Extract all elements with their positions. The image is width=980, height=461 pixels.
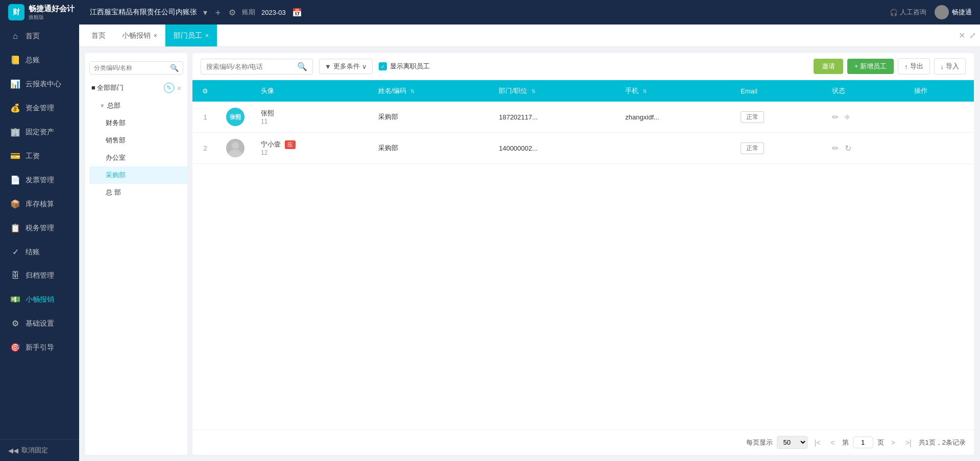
dept-item-purchase[interactable]: 采购部 — [89, 166, 187, 184]
row1-num: 1 — [192, 102, 218, 133]
dept-root[interactable]: ▼ 总部 — [89, 97, 187, 114]
sidebar-item-fixed-assets[interactable]: 🏢 固定资产 — [0, 120, 79, 144]
row2-edit-icon[interactable]: ✏ — [832, 143, 839, 153]
page-prefix: 第 — [842, 438, 849, 447]
period-value: 2023-03 — [261, 9, 286, 16]
row1-name-block: 张熙 11 — [261, 109, 362, 125]
avatar — [935, 5, 949, 19]
sidebar-item-home[interactable]: ⌂ 首页 — [0, 25, 79, 48]
export-button[interactable]: ↑ 导出 — [898, 58, 930, 75]
cancel-fixed-button[interactable]: ◀◀ 取消固定 — [0, 439, 79, 461]
sidebar-item-invoice[interactable]: 📄 发票管理 — [0, 168, 79, 192]
row1-name: 张熙 — [261, 109, 362, 118]
tab-dept-employee[interactable]: 部门员工 × — [165, 25, 217, 46]
settings-button[interactable]: ⚙ — [229, 8, 236, 17]
sidebar-item-salary[interactable]: 💳 工资 — [0, 144, 79, 168]
invite-button[interactable]: 邀请 — [814, 59, 843, 74]
dept-search-icon: 🔍 — [170, 64, 179, 72]
tab-close-all-button[interactable]: ✕ — [959, 31, 965, 40]
col-name[interactable]: 姓名/编码 ⇅ — [370, 80, 491, 102]
sidebar-item-reports[interactable]: 📊 云报表中心 — [0, 72, 79, 96]
row1-edit-icon[interactable]: ✏ — [832, 112, 839, 122]
page-suffix: 页 — [877, 438, 884, 447]
row2-actions: ✏ ↻ — [824, 133, 906, 164]
row2-refresh-icon[interactable]: ↻ — [845, 143, 851, 153]
sidebar-label-invoice: 发票管理 — [26, 176, 54, 185]
col-status: 状态 — [824, 80, 906, 102]
employee-search-input[interactable] — [206, 63, 294, 70]
row2-num: 2 — [192, 133, 218, 164]
row2-code: 12 — [261, 149, 362, 156]
archive-icon: 🗄 — [10, 271, 20, 280]
tab-expand-button[interactable]: ⤢ — [969, 31, 976, 40]
gear-icon: ⚙ — [10, 319, 20, 328]
dept-header-actions: ✎ « — [164, 83, 181, 93]
sidebar-item-guide[interactable]: 🎯 新手引导 — [0, 335, 79, 359]
tab-dept-close[interactable]: × — [205, 32, 209, 39]
first-page-button[interactable]: |< — [812, 438, 824, 448]
col-phone[interactable]: 手机 ⇅ — [617, 80, 732, 102]
col-settings[interactable]: ⚙ — [192, 80, 218, 102]
ledger-icon: 📒 — [10, 55, 20, 65]
tab-actions: ✕ ⤢ — [959, 31, 976, 40]
per-page-select[interactable]: 50 100 200 — [777, 436, 807, 449]
sidebar-item-expense[interactable]: 💵 小畅报销 — [0, 287, 79, 311]
support-button[interactable]: 🎧 人工咨询 — [890, 8, 926, 17]
row2-avatar-circle — [226, 139, 244, 157]
sidebar-label-archive: 归档管理 — [26, 271, 54, 280]
add-company-button[interactable]: ＋ — [213, 6, 223, 18]
filter-icon: ▼ — [325, 63, 331, 70]
dept-search-box[interactable]: 🔍 — [89, 61, 183, 75]
last-page-button[interactable]: >| — [902, 438, 915, 448]
sidebar-item-assets[interactable]: 💰 资金管理 — [0, 96, 79, 120]
col-dept[interactable]: 部门/职位 ⇅ — [491, 80, 617, 102]
user-area[interactable]: 畅捷通 — [935, 5, 972, 19]
row1-name-col: 张熙 11 — [253, 102, 370, 133]
header-right: 🎧 人工咨询 畅捷通 — [890, 5, 972, 19]
show-resigned-toggle[interactable]: ✓ 显示离职员工 — [379, 62, 430, 71]
sidebar-label-ledger: 总账 — [26, 56, 40, 65]
calendar-icon[interactable]: 📅 — [292, 8, 302, 17]
dept-all-header[interactable]: ■ 全部部门 ✎ « — [85, 79, 187, 97]
dept-item-general[interactable]: 总 部 — [89, 184, 187, 201]
sidebar-item-checkout[interactable]: ✓ 结账 — [0, 240, 79, 264]
tab-home[interactable]: 首页 — [83, 25, 114, 46]
sidebar-label-checkout: 结账 — [26, 248, 40, 257]
tab-expense[interactable]: 小畅报销 × — [114, 25, 165, 46]
row1-status-tag: 正常 — [741, 111, 764, 123]
sidebar-item-settings[interactable]: ⚙ 基础设置 — [0, 311, 79, 335]
row2-phone: 140000002... — [491, 133, 617, 164]
prev-page-button[interactable]: < — [827, 438, 838, 448]
dept-add-button[interactable]: ✎ — [164, 83, 174, 93]
sidebar-item-tax[interactable]: 📋 税务管理 — [0, 216, 79, 240]
sidebar-item-ledger[interactable]: 📒 总账 — [0, 48, 79, 72]
import-icon: ↓ — [941, 63, 944, 70]
add-employee-button[interactable]: + 新增员工 — [847, 59, 894, 74]
cancel-fixed-label: 取消固定 — [21, 446, 48, 455]
row1-dept: 采购部 — [370, 102, 491, 133]
sidebar-label-guide: 新手引导 — [26, 343, 54, 352]
right-actions: 邀请 + 新增员工 ↑ 导出 ↓ 导入 — [814, 58, 966, 75]
filter-label: 更多条件 — [333, 62, 360, 71]
row2-dept: 采购部 — [370, 133, 491, 164]
tab-expense-close[interactable]: × — [154, 32, 157, 39]
employee-search-box[interactable]: 🔍 — [201, 59, 313, 75]
filter-button[interactable]: ▼ 更多条件 ∨ — [319, 59, 373, 74]
dept-item-sales[interactable]: 销售部 — [89, 132, 187, 149]
import-button[interactable]: ↓ 导入 — [934, 58, 966, 75]
dept-collapse-button[interactable]: « — [177, 84, 181, 92]
table-header-row: ⚙ 头像 姓名/编码 ⇅ 部门/职位 ⇅ 手机 ⇅ Email 状态 操作 — [192, 80, 974, 102]
sidebar-item-archive[interactable]: 🗄 归档管理 — [0, 264, 79, 287]
next-page-button[interactable]: > — [888, 438, 898, 448]
dept-item-office[interactable]: 办公室 — [89, 149, 187, 166]
expense-icon: 💵 — [10, 295, 20, 304]
resigned-checkbox[interactable]: ✓ — [379, 62, 387, 70]
dept-search-input[interactable] — [94, 64, 168, 71]
dept-item-finance[interactable]: 财务部 — [89, 114, 187, 132]
row1-logout-icon[interactable]: ⎆ — [845, 112, 850, 122]
company-dropdown-icon[interactable]: ▾ — [203, 8, 207, 17]
page-number-input[interactable] — [853, 436, 873, 448]
logo-icon: 财 — [8, 4, 24, 20]
sidebar: ⌂ 首页 📒 总账 📊 云报表中心 💰 资金管理 🏢 固定资产 💳 工资 📄 发… — [0, 25, 79, 461]
sidebar-item-inventory[interactable]: 📦 库存核算 — [0, 192, 79, 216]
